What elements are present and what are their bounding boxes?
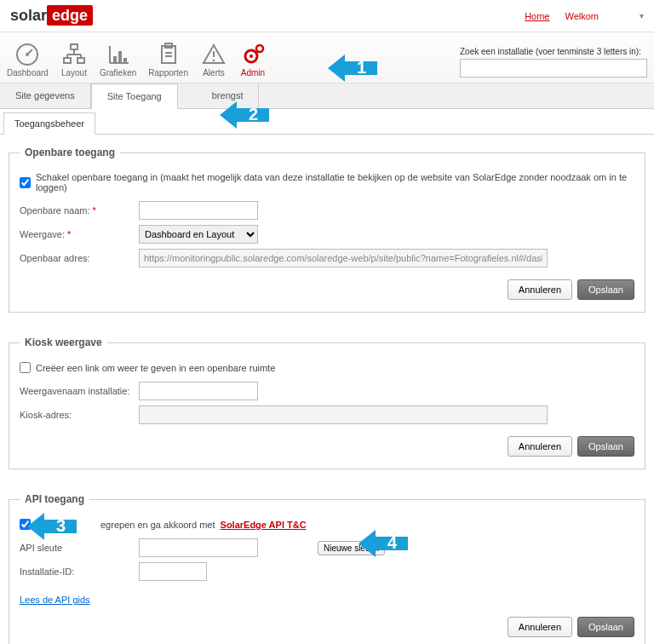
api-newkey-button[interactable]: Nieuwe sleutel — [318, 541, 385, 555]
public-access-section: Openbare toegang Schakel openbare toegan… — [9, 147, 645, 313]
logo-text2: edge — [47, 5, 93, 26]
api-save-button[interactable]: Opslaan — [577, 617, 634, 637]
api-id-input[interactable] — [139, 562, 207, 581]
search-label: Zoek een installatie (voer tenminste 3 l… — [460, 47, 641, 56]
gauge-icon — [14, 41, 41, 68]
api-agree-checkbox[interactable] — [20, 519, 31, 530]
svg-point-23 — [256, 45, 263, 52]
tabs: Site gegevens Site Toegang brengst — [0, 83, 654, 109]
legend-api: API toegang — [20, 493, 89, 505]
gear-icon — [239, 41, 267, 68]
svg-rect-12 — [113, 56, 117, 63]
subtabs: Toegangsbeheer — [0, 109, 654, 135]
header-links: Home Welkom ▾ — [525, 11, 644, 21]
public-enable-label: Schakel openbare toegang in (maakt het m… — [36, 172, 634, 193]
public-display-select[interactable]: Dashboard en Layout — [139, 225, 258, 244]
public-display-label: Weergave: — [20, 229, 139, 239]
nav-dashboard[interactable]: Dashboard — [7, 41, 49, 78]
svg-point-22 — [250, 55, 253, 58]
public-name-input[interactable] — [139, 201, 258, 220]
kiosk-name-label: Weergavenaam installatie: — [20, 386, 139, 396]
api-key-label: API sleute — [20, 543, 139, 553]
api-section: API toegang egrepen en ga akkoord met So… — [9, 493, 645, 644]
navbar: Dashboard Layout Grafieken Rapporten Ale… — [0, 32, 654, 83]
api-key-input[interactable] — [139, 538, 258, 557]
public-enable-checkbox[interactable] — [20, 177, 31, 188]
kiosk-enable-checkbox[interactable] — [20, 362, 31, 373]
nav-alerts[interactable]: Alerts — [200, 41, 227, 78]
logo: solaredge — [10, 7, 93, 25]
legend-public: Openbare toegang — [20, 147, 120, 158]
public-name-label: Openbare naam: — [20, 205, 139, 216]
clipboard-icon — [155, 41, 182, 68]
barchart-icon — [105, 41, 132, 68]
nav-label: Admin — [241, 68, 265, 78]
public-addr-input[interactable] — [139, 249, 548, 267]
search-area: Zoek een installatie (voer tenminste 3 l… — [460, 47, 647, 78]
panel: Openbare toegang Schakel openbare toegan… — [9, 147, 645, 644]
nav-label: Rapporten — [148, 68, 188, 78]
nav-label: Grafieken — [100, 68, 136, 78]
kiosk-cancel-button[interactable]: Annuleren — [508, 436, 572, 457]
nav-layout[interactable]: Layout — [60, 41, 88, 78]
public-save-button[interactable]: Opslaan — [577, 279, 634, 300]
nav-admin[interactable]: Admin — [239, 41, 267, 78]
caret-down-icon[interactable]: ▾ — [640, 11, 644, 20]
api-id-label: Installatie-ID: — [20, 566, 139, 577]
svg-rect-13 — [118, 51, 122, 63]
legend-kiosk: Kiosk weergave — [20, 336, 107, 348]
kiosk-section: Kiosk weergave Creëer een link om weer t… — [9, 336, 645, 469]
svg-rect-5 — [77, 58, 84, 63]
nav-label: Layout — [61, 68, 87, 78]
logo-text1: solar — [10, 7, 47, 24]
kiosk-addr-input[interactable] — [139, 405, 548, 424]
kiosk-name-input[interactable] — [139, 382, 258, 400]
public-addr-label: Openbaar adres: — [20, 253, 139, 263]
header: solaredge Home Welkom ▾ — [0, 0, 654, 32]
svg-point-20 — [213, 60, 215, 62]
nav-charts[interactable]: Grafieken — [100, 41, 136, 78]
svg-rect-14 — [123, 58, 127, 63]
tab-site-data[interactable]: Site gegevens — [0, 83, 91, 108]
nav-reports[interactable]: Rapporten — [148, 41, 188, 78]
subtab-access-mgmt[interactable]: Toegangsbeheer — [3, 112, 95, 135]
tab-yield[interactable]: brengst — [178, 83, 260, 108]
svg-rect-4 — [64, 58, 71, 63]
tab-site-access[interactable]: Site Toegang — [91, 83, 178, 109]
tree-icon — [60, 41, 88, 68]
kiosk-addr-label: Kiosk-adres: — [20, 410, 139, 420]
alert-icon — [200, 41, 227, 68]
kiosk-enable-label: Creëer een link om weer te geven in een … — [36, 363, 275, 373]
api-cancel-button[interactable]: Annuleren — [508, 617, 572, 637]
welcome-label[interactable]: Welkom — [565, 11, 599, 21]
home-link[interactable]: Home — [525, 11, 549, 21]
nav-label: Dashboard — [7, 68, 49, 78]
svg-point-2 — [26, 53, 29, 56]
public-cancel-button[interactable]: Annuleren — [508, 279, 572, 300]
svg-rect-3 — [71, 44, 77, 49]
search-input[interactable] — [460, 59, 647, 78]
kiosk-save-button[interactable]: Opslaan — [577, 436, 634, 457]
nav-label: Alerts — [203, 68, 225, 78]
api-agree-text: egrepen en ga akkoord met — [100, 520, 215, 530]
api-guide-link[interactable]: Lees de API gids — [20, 595, 90, 605]
api-tnc-link[interactable]: SolarEdge API T&C — [221, 520, 307, 530]
